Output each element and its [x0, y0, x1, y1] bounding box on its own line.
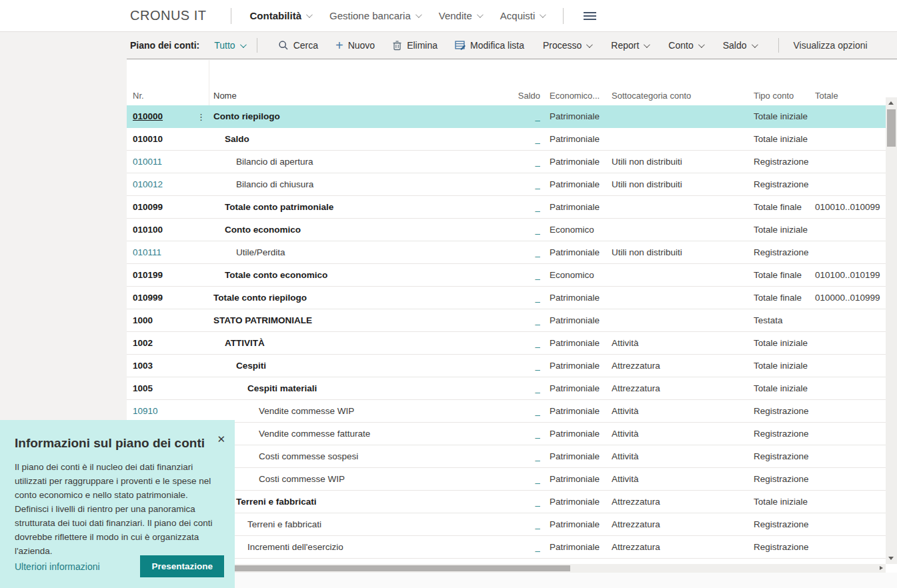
scroll-right-icon[interactable] — [880, 566, 883, 570]
nav-menu-vendite[interactable]: Vendite — [439, 10, 482, 21]
row-saldo-link[interactable]: _ — [514, 338, 540, 348]
row-nr-link[interactable]: 010010 — [133, 134, 163, 144]
dropdown-label: Conto — [668, 40, 693, 51]
col-header-tipo-conto[interactable]: Tipo conto — [749, 91, 810, 101]
table-row[interactable]: 010111 ⋮ Utile/Perdita _ Patrimoniale Ut… — [127, 241, 886, 264]
row-saldo-link[interactable]: _ — [514, 247, 540, 257]
vertical-scrollbar[interactable] — [886, 97, 897, 564]
table-row[interactable]: 010011 ⋮ Bilancio di apertura _ Patrimon… — [127, 151, 886, 173]
row-saldo-link[interactable]: _ — [514, 451, 540, 461]
row-saldo-link[interactable]: _ — [514, 519, 540, 529]
vertical-scrollbar-thumb[interactable] — [887, 109, 896, 147]
row-sottocategoria: Attività — [612, 451, 749, 461]
row-tipo-conto: Registrazione — [749, 519, 810, 529]
learn-more-link[interactable]: Ulteriori informazioni — [15, 561, 100, 572]
col-header-nr[interactable]: Nr. — [127, 91, 209, 101]
col-header-saldo[interactable]: Saldo — [514, 91, 540, 101]
table-row[interactable]: 1005 ⋮ Cespiti materiali _ Patrimoniale … — [127, 377, 886, 400]
report-dropdown[interactable]: Report — [611, 40, 648, 51]
row-saldo-link[interactable]: _ — [514, 134, 540, 144]
row-nr-link[interactable]: 1002 — [133, 338, 153, 348]
row-nr-link[interactable]: 1005 — [133, 383, 153, 393]
row-saldo-link[interactable]: _ — [514, 361, 540, 371]
search-button[interactable]: Cerca — [278, 40, 318, 51]
row-nr-link[interactable]: 010199 — [133, 270, 163, 280]
close-icon[interactable]: ✕ — [217, 433, 225, 445]
table-row[interactable]: ⋮ Terreni e fabbricati _ Patrimoniale At… — [127, 513, 886, 536]
table-row[interactable]: ⋮ Terreni e fabbricati _ Patrimoniale At… — [127, 491, 886, 513]
row-saldo-link[interactable]: _ — [514, 179, 540, 189]
row-saldo-link[interactable]: _ — [514, 111, 540, 121]
horizontal-scrollbar[interactable] — [127, 564, 886, 573]
table-row[interactable]: ⋮ Costi commesse sospesi _ Patrimoniale … — [127, 445, 886, 468]
col-header-totale[interactable]: Totale — [810, 91, 886, 101]
saldo-dropdown[interactable]: Saldo — [723, 40, 756, 51]
row-saldo-link[interactable]: _ — [514, 542, 540, 552]
table-row[interactable]: 010100 ⋮ Conto economico _ Economico Tot… — [127, 219, 886, 241]
nav-menu-gestione-bancaria[interactable]: Gestione bancaria — [329, 10, 420, 21]
row-saldo-link[interactable]: _ — [514, 429, 540, 439]
table-row[interactable]: 1002 ⋮ ATTIVITÀ _ Patrimoniale Attività … — [127, 332, 886, 355]
row-nr-link[interactable]: 1003 — [133, 361, 153, 371]
view-options-button[interactable]: Visualizza opzioni — [794, 40, 868, 51]
row-tipo-conto: Totale iniziale — [749, 497, 810, 507]
scroll-down-icon[interactable] — [888, 557, 894, 560]
page-toolbar: Piano dei conti: Tutto Cerca + Nuovo Eli… — [0, 32, 897, 59]
row-tipo-conto: Registrazione — [749, 157, 810, 167]
scroll-up-icon[interactable] — [888, 101, 894, 105]
table-row[interactable]: 010199 ⋮ Totale conto economico _ Econom… — [127, 264, 886, 287]
row-tipo-conto: Registrazione — [749, 247, 810, 257]
row-saldo-link[interactable]: _ — [514, 315, 540, 325]
row-nr-link[interactable]: 010099 — [133, 202, 163, 212]
row-saldo-link[interactable]: _ — [514, 474, 540, 484]
view-filter-dropdown[interactable]: Tutto — [214, 40, 244, 51]
row-nome: Utile/Perdita — [209, 247, 514, 257]
col-header-nome[interactable]: Nome — [209, 91, 514, 101]
company-name[interactable]: CRONUS IT — [130, 8, 207, 23]
presentation-button[interactable]: Presentazione — [140, 555, 224, 577]
row-saldo-link[interactable]: _ — [514, 270, 540, 280]
row-tipo-conto: Testata — [749, 315, 810, 325]
processo-dropdown[interactable]: Processo — [543, 40, 591, 51]
row-saldo-link[interactable]: _ — [514, 293, 540, 303]
row-nr-link[interactable]: 010999 — [133, 293, 163, 303]
table-row[interactable]: 010010 ⋮ Saldo _ Patrimoniale Totale ini… — [127, 128, 886, 151]
top-navigation-bar: CRONUS IT Contabilità Gestione bancaria … — [0, 0, 897, 32]
row-saldo-link[interactable]: _ — [514, 202, 540, 212]
page-title: Piano dei conti: — [130, 40, 199, 51]
table-row[interactable]: 1000 ⋮ STATO PATRIMONIALE _ Patrimoniale… — [127, 309, 886, 332]
row-saldo-link[interactable]: _ — [514, 497, 540, 507]
new-button[interactable]: + Nuovo — [335, 40, 375, 51]
row-economico: Patrimoniale — [540, 429, 612, 439]
table-row[interactable]: 010999 ⋮ Totale conto riepilogo _ Patrim… — [127, 287, 886, 309]
table-row[interactable]: 10910 ⋮ Vendite commesse WIP _ Patrimoni… — [127, 400, 886, 423]
row-context-menu-icon[interactable]: ⋮ — [197, 111, 206, 121]
row-nr-link[interactable]: 010012 — [133, 179, 163, 189]
row-nr-link[interactable]: 010011 — [133, 157, 162, 167]
edit-list-button[interactable]: Modifica lista — [455, 40, 524, 51]
row-nr-link[interactable]: 1000 — [133, 315, 153, 325]
nav-menu-contabilita[interactable]: Contabilità — [250, 10, 311, 21]
table-row[interactable]: 010000 ⋮ Conto riepilogo _ Patrimoniale … — [127, 105, 886, 128]
row-nr-link[interactable]: 10910 — [133, 406, 158, 416]
table-row[interactable]: ⋮ Vendite commesse fatturate _ Patrimoni… — [127, 423, 886, 445]
conto-dropdown[interactable]: Conto — [668, 40, 702, 51]
col-header-sottocategoria[interactable]: Sottocategoria conto — [612, 91, 749, 101]
row-saldo-link[interactable]: _ — [514, 225, 540, 235]
row-nome: Totale conto economico — [209, 270, 514, 280]
row-nr-link[interactable]: 010100 — [133, 225, 163, 235]
table-row[interactable]: ⋮ Incrementi dell'esercizio _ Patrimonia… — [127, 536, 886, 559]
row-nr-link[interactable]: 010000 — [133, 111, 163, 121]
hamburger-menu-icon[interactable] — [584, 10, 596, 22]
row-saldo-link[interactable]: _ — [514, 157, 540, 167]
table-row[interactable]: 1003 ⋮ Cespiti _ Patrimoniale Attrezzatu… — [127, 355, 886, 377]
table-row[interactable]: ⋮ Costi commesse WIP _ Patrimoniale Atti… — [127, 468, 886, 491]
table-row[interactable]: 010012 ⋮ Bilancio di chiusura _ Patrimon… — [127, 173, 886, 196]
col-header-economico[interactable]: Economico... — [540, 91, 612, 101]
nav-menu-acquisti[interactable]: Acquisti — [500, 10, 545, 21]
row-saldo-link[interactable]: _ — [514, 383, 540, 393]
delete-button[interactable]: Elimina — [392, 40, 437, 51]
table-row[interactable]: 010099 ⋮ Totale conto patrimoniale _ Pat… — [127, 196, 886, 219]
row-saldo-link[interactable]: _ — [514, 406, 540, 416]
row-nr-link[interactable]: 010111 — [133, 247, 161, 257]
